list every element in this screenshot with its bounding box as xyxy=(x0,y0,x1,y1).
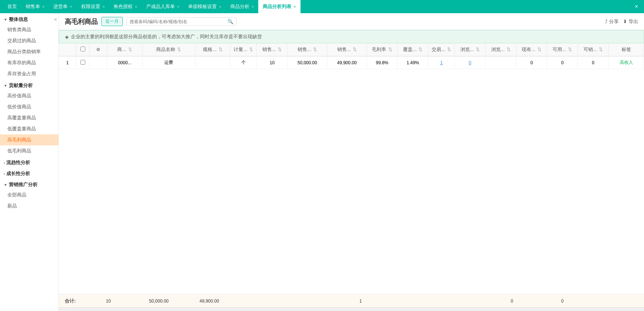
tab-home[interactable]: 首页 xyxy=(3,0,21,13)
tab-permission-label: 权限设置 xyxy=(81,3,100,10)
horizontal-scrollbar[interactable] xyxy=(59,307,644,311)
tab-sales-close[interactable]: × xyxy=(42,4,44,9)
col-header-cover[interactable]: 覆盖... ⇅ xyxy=(397,43,428,56)
sidebar-group-marketing-label: 营销推广分析 xyxy=(9,181,37,188)
col-header-sales-amt[interactable]: 销售... ⇅ xyxy=(288,43,327,56)
search-box[interactable]: 🔍 xyxy=(126,17,237,26)
tab-role[interactable]: 角色授权 × xyxy=(109,0,141,13)
summary-available: 0 xyxy=(537,299,587,304)
sort-icon-saleable: ⇅ xyxy=(599,47,603,52)
tab-goods-analysis-list-close[interactable]: × xyxy=(294,4,296,9)
summary-label: 合计: xyxy=(65,298,76,304)
sort-icon-browse2: ⇅ xyxy=(507,47,511,52)
sidebar-item-stock-capital[interactable]: 库存资金占用 xyxy=(0,68,58,79)
tab-goods-analysis-close[interactable]: × xyxy=(252,4,254,9)
col-header-current[interactable]: 现有... ⇅ xyxy=(516,43,547,56)
tab-role-close[interactable]: × xyxy=(135,4,137,9)
sidebar-item-low-value[interactable]: 低价值商品 xyxy=(0,101,58,112)
sort-icon-sales-amt: ⇅ xyxy=(313,47,317,52)
sort-icon-sales-qty: ⇅ xyxy=(278,47,282,52)
col-header-saleable[interactable]: 可销... ⇅ xyxy=(578,43,609,56)
col-header-browse1[interactable]: 浏览... ⇅ xyxy=(455,43,486,56)
cell-browse1[interactable]: 0 xyxy=(455,56,486,69)
export-icon: ⬇ xyxy=(623,19,627,24)
col-header-unit[interactable]: 计量... ⇅ xyxy=(230,43,257,56)
browse1-link[interactable]: 0 xyxy=(469,60,471,65)
col-header-settings[interactable]: ⚙ xyxy=(90,43,107,56)
col-header-check[interactable] xyxy=(76,43,90,56)
sidebar-item-high-value[interactable]: 高价值商品 xyxy=(0,90,58,101)
col-header-trade[interactable]: 交易... ⇅ xyxy=(428,43,455,56)
tab-goods-analysis-list[interactable]: 商品分析列表 × xyxy=(258,0,300,13)
sidebar-item-low-coverage[interactable]: 低覆盖量商品 xyxy=(0,123,58,134)
row-checkbox[interactable] xyxy=(80,60,85,65)
sort-icon-cover: ⇅ xyxy=(418,47,422,52)
window-close-button[interactable]: × xyxy=(632,3,641,10)
cell-settings xyxy=(90,56,107,69)
col-header-sales-profit[interactable]: 销售... ⇅ xyxy=(327,43,367,56)
col-header-margin[interactable]: 毛利率 ⇅ xyxy=(367,43,397,56)
sidebar-item-all-goods[interactable]: 全部商品 xyxy=(0,189,58,200)
arrow-growth: › xyxy=(4,172,5,176)
tab-purchase-close[interactable]: × xyxy=(70,4,72,9)
export-button[interactable]: ⬇ 导出 xyxy=(623,18,638,25)
sort-icon-spec: ⇅ xyxy=(219,47,223,52)
page-title: 高毛利商品 xyxy=(65,17,98,26)
tab-product-warehouse-close[interactable]: × xyxy=(177,4,179,9)
select-all-checkbox[interactable] xyxy=(80,47,85,51)
tab-template[interactable]: 单据模板设置 × xyxy=(184,0,226,13)
sidebar-item-category-rate[interactable]: 商品分类助销率 xyxy=(0,46,58,57)
sidebar-group-growth[interactable]: › 成长性分析 xyxy=(0,167,58,178)
sidebar-group-contribution[interactable]: ▼ 贡献量分析 xyxy=(0,79,58,90)
sidebar-item-new-goods[interactable]: 新品 xyxy=(0,200,58,211)
col-header-browse2[interactable]: 浏览... ⇅ xyxy=(485,43,516,56)
sort-icon-code: ⇅ xyxy=(128,47,132,52)
sidebar-group-marketing[interactable]: ▼ 营销推广分析 xyxy=(0,178,58,189)
header-actions: ⤴ 分享 ⬇ 导出 xyxy=(605,18,638,25)
sort-icon-unit: ⇅ xyxy=(249,47,253,52)
cell-name: 运费 xyxy=(142,56,195,69)
sidebar-item-sales-goods[interactable]: 销售类商品 xyxy=(0,24,58,35)
share-button[interactable]: ⤴ 分享 xyxy=(605,18,619,25)
sidebar-item-high-margin[interactable]: 高毛利商品 xyxy=(0,134,58,145)
col-header-spec[interactable]: 规格... ⇅ xyxy=(195,43,230,56)
col-header-available[interactable]: 可用... ⇅ xyxy=(547,43,578,56)
tab-template-close[interactable]: × xyxy=(219,4,221,9)
tab-template-label: 单据模板设置 xyxy=(188,3,217,10)
col-header-code[interactable]: 商... ⇅ xyxy=(107,43,143,56)
cell-code: 0000... xyxy=(107,56,143,69)
filter-recent-month-button[interactable]: 近一月 xyxy=(101,17,123,26)
cell-browse2 xyxy=(485,56,516,69)
cell-spec xyxy=(195,56,230,69)
table-container[interactable]: ⚙ 商... ⇅ 商品名称 ⇅ 规格... ⇅ xyxy=(59,43,644,294)
tab-goods-analysis[interactable]: 商品分析 × xyxy=(226,0,258,13)
export-label: 导出 xyxy=(629,18,638,25)
tab-permission[interactable]: 权限设置 × xyxy=(77,0,109,13)
tab-sales[interactable]: 销售单 × xyxy=(21,0,49,13)
table-row[interactable]: 1 0000... 运费 个 10 50,000.00 49,900.00 99… xyxy=(59,56,644,69)
sidebar-item-stock-goods[interactable]: 有库存的商品 xyxy=(0,57,58,68)
col-header-sales-qty[interactable]: 销售... ⇅ xyxy=(257,43,288,56)
sidebar-item-low-margin[interactable]: 低毛利商品 xyxy=(0,145,58,156)
sidebar-collapse-button[interactable]: « xyxy=(54,16,57,22)
cell-check[interactable] xyxy=(76,56,90,69)
content-header: 高毛利商品 近一月 🔍 ⤴ 分享 ⬇ 导出 xyxy=(59,13,644,30)
summary-empty1 xyxy=(234,299,285,304)
sidebar-group-overall[interactable]: ▼ 整体信息 xyxy=(0,13,58,24)
tab-purchase[interactable]: 进货单 × xyxy=(49,0,76,13)
summary-empty5 xyxy=(588,299,638,304)
sidebar-item-traded-goods[interactable]: 交易过的商品 xyxy=(0,35,58,46)
summary-sales-profit: 49,900.00 xyxy=(184,299,234,304)
search-input[interactable] xyxy=(130,19,226,24)
search-icon[interactable]: 🔍 xyxy=(227,19,233,24)
tab-permission-close[interactable]: × xyxy=(102,4,105,9)
trade-link[interactable]: 1 xyxy=(440,60,443,65)
cell-trade[interactable]: 1 xyxy=(428,56,455,69)
tab-product-warehouse[interactable]: 产成品入库单 × xyxy=(142,0,184,13)
summary-sales-qty: 10 xyxy=(83,299,133,304)
sidebar-group-trend[interactable]: › 流趋性分析 xyxy=(0,156,58,167)
cell-unit: 个 xyxy=(230,56,257,69)
info-banner: ◈ 企业的主要的利润都是这部分商品创造的，可考虑加大推广，同时关注库存是不要出现… xyxy=(59,30,644,43)
sidebar-item-high-coverage[interactable]: 高覆盖量商品 xyxy=(0,112,58,123)
col-header-name[interactable]: 商品名称 ⇅ xyxy=(142,43,195,56)
